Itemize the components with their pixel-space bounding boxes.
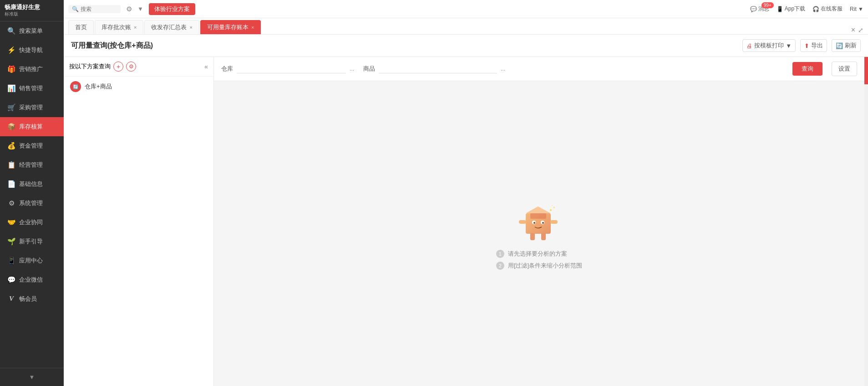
sidebar-item-purchase[interactable]: 🛒 采购管理 (0, 98, 64, 117)
filter-title: 按以下方案查询 (69, 62, 111, 71)
filter-collapse-btn[interactable]: « (204, 63, 208, 70)
sidebar-item-marketing[interactable]: 🎁 营销推广 (0, 60, 64, 79)
query-warehouse-field: 仓库 ... (221, 64, 354, 73)
topbar: 🔍 ⚙ ▼ 体验行业方案 💬 消息 99+ 📱 App下载 🎧 在线客服 (64, 0, 868, 18)
topbar-app-download[interactable]: 📱 App下载 (777, 5, 805, 13)
right-scrollbar[interactable] (864, 57, 868, 386)
svg-rect-7 (519, 220, 526, 224)
gear-icon[interactable]: ⚙ (124, 4, 134, 14)
query-warehouse-input[interactable] (237, 64, 346, 73)
sidebar-nav: 🔍 搜索菜单 ⚡ 快捷导航 🎁 营销推广 📊 销售管理 🛒 采购管理 📦 (0, 21, 64, 368)
finance-icon: 💰 (7, 142, 15, 150)
filter-settings-btn[interactable]: ⚙ (126, 62, 136, 72)
sidebar-item-shortcut[interactable]: ⚡ 快捷导航 (0, 41, 64, 60)
query-bar: 仓库 ... 商品 ... 查询 设置 (214, 57, 864, 81)
query-product-label: 商品 (363, 65, 375, 73)
scrollbar-thumb[interactable] (864, 57, 868, 84)
message-badge: 99+ (761, 2, 774, 8)
sidebar-label-basic: 基础信息 (19, 180, 43, 188)
topbar-search-icon: 🔍 (72, 6, 79, 12)
sidebar-item-newuser[interactable]: 🌱 新手引导 (0, 232, 64, 251)
marketing-icon: 🎁 (7, 65, 15, 73)
sidebar-item-search[interactable]: 🔍 搜索菜单 (0, 21, 64, 41)
tab-receive-summary-label: 收发存汇总表 (151, 23, 187, 31)
sidebar-item-operation[interactable]: 📋 经营管理 (0, 155, 64, 175)
industry-btn[interactable]: 体验行业方案 (149, 3, 195, 15)
svg-point-12 (553, 207, 554, 208)
app-icon: 📱 (777, 6, 783, 12)
topbar-search-box[interactable]: 🔍 (68, 5, 121, 13)
query-settings-btn[interactable]: 设置 (832, 62, 857, 76)
sidebar-label-sales: 销售管理 (19, 84, 43, 93)
tab-receive-summary[interactable]: 收发存汇总表 × (144, 20, 199, 34)
sidebar-item-system[interactable]: ⚙ 系统管理 (0, 194, 64, 213)
query-product-field: 商品 ... (363, 64, 505, 73)
system-icon: ⚙ (7, 199, 15, 207)
refresh-btn[interactable]: 🔄 刷新 (832, 39, 861, 52)
topbar-message[interactable]: 💬 消息 99+ (750, 5, 769, 13)
sidebar-item-vip[interactable]: V 畅会员 (0, 289, 64, 309)
empty-image (517, 197, 562, 244)
service-label: 在线客服 (821, 5, 843, 13)
tab-batch-ledger[interactable]: 库存批次账 × (95, 20, 143, 34)
vip-icon: V (7, 295, 15, 303)
filter-add-btn[interactable]: + (113, 62, 123, 72)
sidebar-item-inventory[interactable]: 📦 库存核算 (0, 117, 64, 136)
tab-close-all-btn[interactable]: × (851, 26, 855, 34)
search-icon: 🔍 (7, 27, 15, 35)
sidebar-item-enterprise[interactable]: 🤝 企业协同 (0, 213, 64, 232)
sidebar-label-marketing: 营销推广 (19, 65, 43, 73)
enterprise-icon: 🤝 (7, 218, 15, 226)
sidebar-label-finance: 资金管理 (19, 142, 43, 150)
export-icon: ⬆ (804, 42, 809, 49)
query-product-more[interactable]: ... (501, 66, 505, 72)
tab-home-label: 首页 (75, 23, 87, 31)
filter-item-warehouse-product[interactable]: 🔄 仓库+商品 (64, 77, 213, 97)
query-btn[interactable]: 查询 (792, 62, 822, 76)
tab-receive-summary-close[interactable]: × (189, 25, 192, 30)
tab-available-ledger-label: 可用量库存账本 (207, 23, 249, 31)
query-product-input[interactable] (379, 64, 497, 73)
empty-hint-1: 1 请先选择要分析的方案 (496, 250, 582, 258)
sidebar-item-sales[interactable]: 📊 销售管理 (0, 79, 64, 98)
tab-home[interactable]: 首页 (68, 20, 94, 34)
print-template-btn[interactable]: 🖨 按模板打印 ▼ (742, 39, 796, 52)
sidebar-label-enterprise: 企业协同 (19, 218, 43, 226)
sidebar-item-appstore[interactable]: 📱 应用中心 (0, 251, 64, 270)
refresh-icon: 🔄 (836, 42, 843, 49)
topbar-user[interactable]: Rit ▼ (850, 6, 863, 12)
sidebar-label-newuser: 新手引导 (19, 237, 43, 246)
filter-header: 按以下方案查询 + ⚙ « (64, 57, 213, 77)
sidebar-item-wechat[interactable]: 💬 企业微信 (0, 270, 64, 289)
query-warehouse-label: 仓库 (221, 65, 233, 73)
topbar-dropdown-icon[interactable]: ▼ (137, 5, 143, 12)
sidebar-scroll-down[interactable]: ▼ (0, 372, 64, 382)
sidebar-item-basic[interactable]: 📄 基础信息 (0, 175, 64, 194)
tabbar-end: × ⤢ (851, 26, 863, 34)
export-label: 导出 (811, 41, 823, 50)
topbar-search-input[interactable] (81, 6, 117, 12)
tab-available-ledger-close[interactable]: × (251, 25, 254, 30)
sidebar-logo: 畅康通好生意 标准版 (0, 0, 64, 21)
print-label: 按模板打印 (754, 41, 784, 50)
tab-available-ledger[interactable]: 可用量库存账本 × (200, 20, 261, 34)
hint-text-2: 用[过滤]条件来缩小分析范围 (508, 262, 582, 270)
topbar-service[interactable]: 🎧 在线客服 (812, 5, 843, 13)
tab-batch-ledger-close[interactable]: × (134, 25, 137, 30)
topbar-right: 💬 消息 99+ 📱 App下载 🎧 在线客服 Rit ▼ (750, 5, 863, 13)
tab-expand-btn[interactable]: ⤢ (858, 26, 863, 34)
hint-num-1: 1 (496, 250, 504, 258)
basic-icon: 📄 (7, 180, 15, 188)
sidebar-item-finance[interactable]: 💰 资金管理 (0, 136, 64, 155)
page-actions: 🖨 按模板打印 ▼ ⬆ 导出 🔄 刷新 (742, 39, 861, 52)
svg-point-13 (552, 205, 553, 206)
logo-badge: 标准版 (5, 11, 40, 17)
export-btn[interactable]: ⬆ 导出 (800, 39, 827, 52)
sales-icon: 📊 (7, 84, 15, 93)
sidebar-label-shortcut: 快捷导航 (19, 46, 43, 54)
message-icon: 💬 (750, 6, 757, 12)
empty-hint-2: 2 用[过滤]条件来缩小分析范围 (496, 262, 582, 270)
query-warehouse-more[interactable]: ... (350, 66, 354, 72)
user-name: Rit (850, 6, 857, 12)
sidebar: 畅康通好生意 标准版 🔍 搜索菜单 ⚡ 快捷导航 🎁 营销推广 📊 销售管理 (0, 0, 64, 386)
